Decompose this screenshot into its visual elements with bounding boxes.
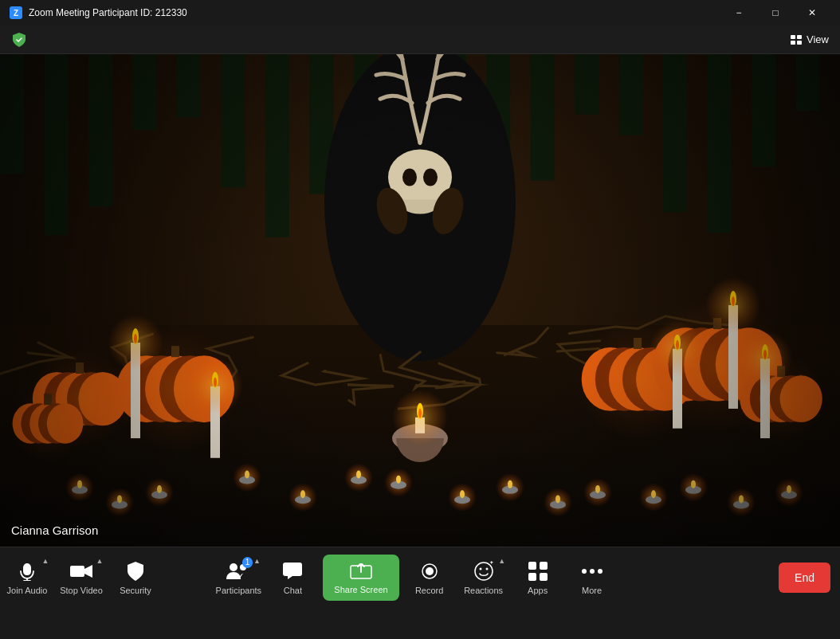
reactions-caret[interactable]: ▲ — [497, 555, 508, 566]
security-button[interactable]: Security — [108, 547, 163, 608]
record-icon — [417, 560, 442, 582]
toolbar: Join Audio ▲ Stop Video ▲ Security — [0, 547, 840, 607]
maximize-button[interactable]: □ — [757, 0, 794, 25]
svg-point-23 — [590, 569, 595, 574]
stop-video-button[interactable]: Stop Video ▲ — [54, 547, 108, 608]
view-icon — [790, 33, 803, 46]
svg-rect-21 — [540, 573, 548, 581]
chat-label: Chat — [284, 586, 302, 595]
apps-button[interactable]: Apps — [511, 547, 565, 608]
record-label: Record — [415, 586, 443, 595]
view-label: View — [807, 33, 829, 45]
svg-rect-2 — [791, 35, 795, 39]
end-button[interactable]: End — [779, 563, 830, 593]
share-screen-button[interactable]: Share Screen — [320, 547, 402, 608]
share-screen-label: Share Screen — [334, 585, 387, 594]
more-button[interactable]: More — [565, 547, 619, 608]
svg-rect-3 — [797, 35, 802, 39]
titlebar-title: Zoom Meeting Participant ID: 212330 — [29, 7, 187, 18]
join-audio-caret[interactable]: ▲ — [40, 555, 51, 566]
record-button[interactable]: Record — [402, 547, 457, 608]
join-audio-icon — [14, 560, 40, 582]
stop-video-label: Stop Video — [60, 586, 103, 595]
toolbar-center: 1 Participants ▲ Chat — [208, 547, 623, 608]
toolbar-left: Join Audio ▲ Stop Video ▲ Security — [0, 547, 208, 608]
share-screen-icon — [348, 561, 374, 583]
svg-rect-18 — [528, 562, 536, 570]
toolbar-right: End — [623, 563, 841, 593]
svg-point-17 — [485, 567, 488, 570]
svg-point-22 — [582, 569, 587, 574]
chat-button[interactable]: Chat — [265, 547, 320, 608]
more-label: More — [582, 586, 602, 595]
svg-text:Z: Z — [14, 9, 18, 18]
apps-label: Apps — [528, 586, 548, 595]
zoom-logo-icon: Z — [10, 6, 22, 19]
titlebar-controls: − □ ✕ — [720, 0, 830, 25]
svg-point-14 — [426, 567, 434, 575]
svg-rect-4 — [791, 41, 795, 45]
svg-point-9 — [230, 563, 237, 571]
svg-rect-8 — [70, 566, 84, 577]
svg-rect-20 — [528, 573, 536, 581]
minimize-button[interactable]: − — [720, 0, 757, 25]
join-audio-button[interactable]: Join Audio ▲ — [0, 547, 54, 608]
svg-rect-11 — [283, 563, 302, 576]
topbar: View — [0, 25, 840, 54]
more-icon — [579, 560, 605, 582]
apps-icon — [525, 560, 551, 582]
titlebar-left: Z Zoom Meeting Participant ID: 212330 — [10, 6, 187, 19]
reactions-icon — [471, 560, 497, 582]
background-canvas — [0, 54, 840, 547]
participant-name: Cianna Garrison — [11, 523, 98, 537]
svg-point-24 — [598, 569, 603, 574]
shield-area — [11, 32, 27, 48]
reactions-label: Reactions — [464, 586, 503, 595]
chat-icon — [280, 560, 305, 582]
participants-caret[interactable]: ▲ — [251, 555, 262, 566]
svg-rect-5 — [797, 41, 802, 45]
security-icon — [123, 560, 148, 582]
participants-icon: 1 — [226, 560, 251, 582]
svg-point-16 — [479, 567, 481, 570]
share-screen-inner[interactable]: Share Screen — [323, 555, 398, 601]
stop-video-icon — [69, 560, 94, 582]
participants-label: Participants — [216, 586, 261, 595]
svg-point-15 — [475, 563, 493, 580]
video-area: Cianna Garrison — [0, 54, 840, 547]
shield-icon — [11, 32, 27, 48]
join-audio-label: Join Audio — [7, 586, 48, 595]
view-button[interactable]: View — [790, 33, 829, 46]
stop-video-caret[interactable]: ▲ — [94, 555, 105, 566]
participants-button[interactable]: 1 Participants ▲ — [211, 547, 265, 608]
titlebar: Z Zoom Meeting Participant ID: 212330 − … — [0, 0, 840, 25]
security-label: Security — [120, 586, 151, 595]
close-button[interactable]: ✕ — [794, 0, 830, 25]
svg-rect-19 — [540, 562, 548, 570]
reactions-button[interactable]: Reactions ▲ — [457, 547, 511, 608]
